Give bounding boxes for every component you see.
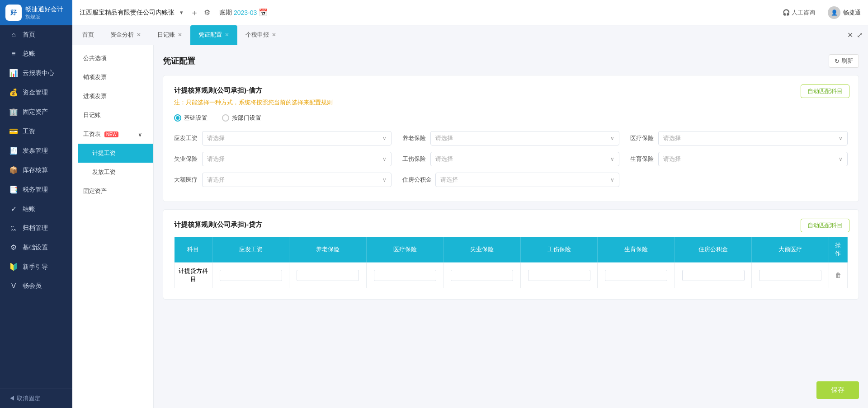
sidebar-item-salary[interactable]: 💳 工资: [0, 122, 72, 141]
sidebar-item-inventory[interactable]: 📦 库存核算: [0, 160, 72, 180]
page-content: 凭证配置 ↻ 刷新 自动匹配科目 计提核算规则(公司承担)-借方 注：只能选择一…: [154, 45, 868, 408]
radio-basic-circle: [174, 114, 181, 122]
sidebar-item-guide[interactable]: 🔰 新手引导: [0, 257, 72, 277]
th-ylbx2: 医疗保险: [366, 237, 443, 263]
sidebar-item-invoice[interactable]: 🧾 发票管理: [0, 141, 72, 160]
cell-ylbx: [289, 263, 367, 288]
field-select-sybx[interactable]: 请选择 ∨: [202, 152, 392, 166]
ledger-icon: ≡: [9, 50, 18, 58]
sidebar-item-archive[interactable]: 🗂 归档管理: [0, 219, 72, 238]
field-ylbx: 养老保险 请选择 ∨: [402, 131, 620, 145]
sidebar-item-ledger[interactable]: ≡ 总账: [0, 44, 72, 63]
auto-match-credit-button[interactable]: 自动匹配科目: [801, 219, 849, 232]
avatar: 👤: [828, 6, 840, 19]
sidebar-item-reports[interactable]: 📊 云报表中心: [0, 63, 72, 83]
field-label-yfgz: 应发工资: [174, 134, 198, 142]
tab-close-capital-analysis[interactable]: ✕: [137, 32, 141, 38]
debit-notice: 注：只能选择一种方式，系统将按照您当前的选择来配置规则: [174, 98, 848, 107]
sidebar-item-tax[interactable]: 📑 税务管理: [0, 180, 72, 199]
input-sybx2[interactable]: [605, 270, 667, 281]
field-select-zfgjj[interactable]: 请选择 ∨: [435, 173, 620, 187]
input-sybx[interactable]: [451, 270, 513, 281]
field-label-dely: 大额医疗: [174, 176, 198, 184]
left-nav-journal[interactable]: 日记账: [72, 106, 153, 125]
avatar-icon: 👤: [831, 9, 838, 16]
support-button[interactable]: 🎧 人工咨询: [783, 9, 815, 17]
field-label-ylbx2: 医疗保险: [630, 134, 655, 142]
tab-close-tax-report[interactable]: ✕: [272, 32, 276, 38]
maximize-button[interactable]: ⤢: [857, 31, 863, 39]
th-sybx: 失业保险: [443, 237, 521, 263]
add-button[interactable]: ＋: [190, 7, 198, 18]
page-title: 凭证配置: [163, 56, 195, 66]
sidebar-item-settings[interactable]: ⚙ 基础设置: [0, 238, 72, 257]
page-header: 凭证配置 ↻ 刷新: [163, 54, 859, 68]
sidebar-item-checkout[interactable]: ✓ 结账: [0, 199, 72, 219]
radio-basic[interactable]: 基础设置: [174, 114, 208, 122]
chevron-down-icon: ∨: [839, 156, 843, 162]
cell-gsbx: [520, 263, 598, 288]
tab-voucher-config[interactable]: 凭证配置 ✕: [190, 25, 237, 45]
tab-capital-analysis[interactable]: 资金分析 ✕: [102, 25, 149, 45]
th-action: 操作: [829, 237, 847, 263]
field-select-ylbx2[interactable]: 请选择 ∨: [658, 131, 848, 145]
input-ylbx[interactable]: [297, 270, 359, 281]
settings-gear-icon[interactable]: ⚙: [204, 8, 210, 17]
field-select-sybx2[interactable]: 请选择 ∨: [658, 152, 848, 166]
left-nav-sales-invoice[interactable]: 销项发票: [72, 68, 153, 87]
left-nav-purchase-invoice[interactable]: 进项发票: [72, 87, 153, 106]
input-gsbx[interactable]: [528, 270, 590, 281]
left-nav: 公共选项 销项发票 进项发票 日记账 工资表 NEW ∨: [72, 45, 154, 408]
sidebar-item-member[interactable]: V 畅会员: [0, 277, 72, 295]
calendar-icon[interactable]: 📅: [259, 8, 268, 17]
credit-section-card: 自动匹配科目 计提核算规则(公司承担)-贷方 科目 应发工资 养老保险 医疗保险…: [163, 209, 859, 300]
field-yfgz: 应发工资 请选择 ∨: [174, 131, 392, 145]
tab-close-journal[interactable]: ✕: [178, 32, 182, 38]
tax-icon: 📑: [9, 185, 18, 194]
tab-home[interactable]: 首页: [74, 25, 102, 45]
left-nav-pay-salary[interactable]: 发放工资: [78, 163, 153, 182]
input-ylbx2[interactable]: [374, 270, 436, 281]
input-yfgz[interactable]: [220, 270, 282, 281]
sidebar: 好 畅捷通好会计 旗舰版 ⌂ 首页 ≡ 总账 📊 云报表中心 💰 资金管理 🏢 …: [0, 0, 72, 408]
input-zfgjj[interactable]: [682, 270, 745, 281]
tab-journal[interactable]: 日记账 ✕: [149, 25, 190, 45]
save-button[interactable]: 保存: [816, 381, 859, 399]
th-ylbx: 养老保险: [289, 237, 367, 263]
left-nav-calc-salary[interactable]: 计提工资: [78, 144, 153, 163]
radio-by-dept[interactable]: 按部门设置: [222, 114, 261, 122]
tabs-bar: 首页 资金分析 ✕ 日记账 ✕ 凭证配置 ✕ 个税申报 ✕ ✕ ⤢: [72, 25, 868, 45]
close-tab-button[interactable]: ✕: [847, 31, 853, 39]
auto-match-debit-button[interactable]: 自动匹配科目: [801, 84, 849, 98]
chevron-down-icon: ∨: [839, 135, 843, 141]
logo-icon: 好: [5, 5, 22, 21]
tab-close-voucher-config[interactable]: ✕: [225, 32, 229, 38]
sidebar-item-home[interactable]: ⌂ 首页: [0, 25, 72, 44]
chevron-down-icon: ∨: [610, 177, 614, 183]
field-select-ylbx[interactable]: 请选择 ∨: [430, 131, 620, 145]
th-subject: 科目: [175, 237, 212, 263]
field-dely: 大额医疗 请选择 ∨: [174, 173, 392, 187]
chevron-down-icon: ∨: [382, 156, 387, 162]
sidebar-item-capital[interactable]: 💰 资金管理: [0, 83, 72, 102]
refresh-button[interactable]: ↻ 刷新: [829, 54, 859, 68]
cell-row-label: 计提贷方科目: [175, 263, 212, 288]
sidebar-item-fixed-assets[interactable]: 🏢 固定资产: [0, 102, 72, 122]
cell-action: 🗑: [829, 263, 847, 288]
field-select-yfgz[interactable]: 请选择 ∨: [202, 131, 392, 145]
tab-tax-report[interactable]: 个税申报 ✕: [237, 25, 284, 45]
cancel-fixed-button[interactable]: ◀ 取消固定: [0, 389, 72, 408]
user-menu[interactable]: 👤 畅捷通: [828, 6, 861, 19]
left-nav-public[interactable]: 公共选项: [72, 49, 153, 68]
delete-icon[interactable]: 🗑: [835, 272, 841, 279]
cell-zfgjj: [675, 263, 752, 288]
input-dely[interactable]: [759, 270, 821, 281]
field-select-dely[interactable]: 请选择 ∨: [202, 173, 392, 187]
field-select-gsbx[interactable]: 请选择 ∨: [430, 152, 620, 166]
field-label-zfgjj: 住房公积金: [402, 176, 432, 184]
th-yfgz: 应发工资: [212, 237, 289, 263]
left-nav-group-salary-header[interactable]: 工资表 NEW ∨: [72, 125, 153, 144]
period-selector[interactable]: 账期 2023-03 📅: [219, 8, 268, 17]
company-dropdown[interactable]: ▾: [180, 9, 183, 16]
left-nav-fixed-assets[interactable]: 固定资产: [72, 182, 153, 201]
